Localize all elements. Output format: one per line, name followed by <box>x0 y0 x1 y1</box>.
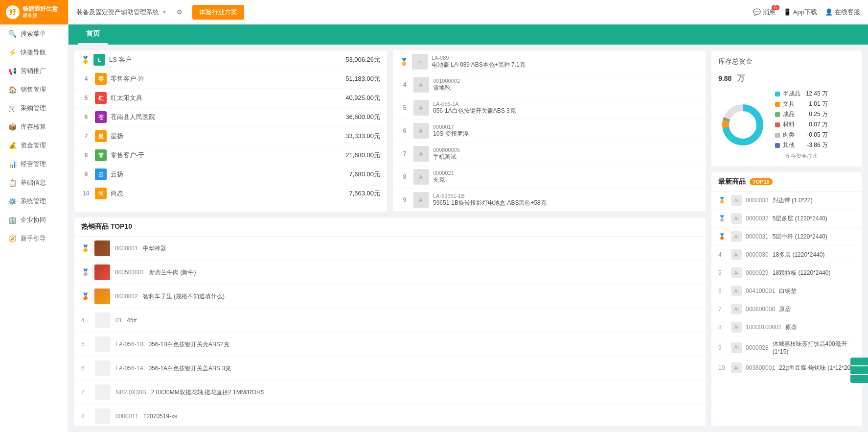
logo: 好 畅捷通好生意 标准版 <box>0 0 68 24</box>
prod-rank-item-1: 🥇 Ai LA-089 电池盖 LA-089 ABS本色+黑种 7.1克 <box>393 50 706 73</box>
sales-icon: 🏠 <box>8 85 17 94</box>
customer-name-3: 红太阳文具 <box>111 94 342 102</box>
customer-value-5: 33,333.00元 <box>345 132 380 141</box>
prod-rank-item-7: 9 Ai LA-59651-1B 59651-1B旋转投影灯电池盒 ABS黑色+… <box>393 189 706 212</box>
hot-product-img-4 <box>95 312 111 328</box>
customer-avatar-7: 云 <box>95 168 107 180</box>
quick-icon: ⚡ <box>8 48 17 57</box>
service-btn[interactable]: 👤 在线客服 <box>825 8 860 17</box>
float-live-btn[interactable]: 直播 <box>850 375 868 383</box>
service-label: 在线客服 <box>835 8 860 17</box>
customer-value-1: 53,006.26元 <box>345 55 380 64</box>
newest-name-5: 18颗粒板 (1220*2440) <box>773 269 855 277</box>
newest-name-3: 5层中纤 (1220*2440) <box>773 233 855 241</box>
hot-product-3: 🥉 0000002 智利车子里 (规格不知道填什么) <box>74 285 706 309</box>
newest-code-6: 004100001 <box>746 288 775 294</box>
hot-product-name-6: 056-1A白色按键开关盖ABS 3克 <box>148 364 231 373</box>
customer-value-4: 36,600.00元 <box>345 113 380 121</box>
rank-num-7: 9 <box>81 169 91 179</box>
float-buttons: 客服热线 服务社区 直播 <box>850 358 868 383</box>
inventory-title: 库存总资金 <box>718 57 855 66</box>
message-badge: 6 <box>772 5 779 10</box>
product-sales-list: 🥇 Ai LA-089 电池盖 LA-089 ABS本色+黑种 7.1克 4 A… <box>393 50 706 212</box>
customer-name-1: LS 客户 <box>109 55 342 64</box>
hot-product-4: 4 01 45# <box>74 309 706 333</box>
rank-item-5: 7 星 星扬 33,333.00元 <box>74 127 387 146</box>
topbar: 装备及固定资产辅助管理系统 ▼ ⚙ 体验行业方案 💬 消息 6 📱 App下载 … <box>69 0 868 24</box>
newest-code-4: 0000030 <box>746 251 769 258</box>
customer-rank-list: 🥇 L LS 客户 53,006.26元 4 零 零售客户-许 51,183.0… <box>74 50 387 203</box>
rank-num-4: 6 <box>81 112 91 122</box>
prod-rank-item-4: 6 Ai 0000017 10S 变扭罗浮 <box>393 120 706 143</box>
sidebar-item-sales[interactable]: 🏠 销售管理 <box>0 80 68 99</box>
customer-name-7: 云扬 <box>111 170 345 179</box>
logo-title: 畅捷通好生意 <box>23 5 58 12</box>
sidebar-item-search[interactable]: 🔍 搜索菜单 <box>0 24 68 43</box>
tab-home[interactable]: 首页 <box>78 24 108 45</box>
customer-name-8: 尚态 <box>111 189 345 198</box>
sidebar-item-operations[interactable]: 📊 经营管理 <box>0 155 68 173</box>
float-community-btn[interactable]: 服务社区 <box>850 366 868 374</box>
newest-item-5: 5 Ai 0000029 18颗粒板 (1220*2440) <box>711 264 862 282</box>
main-panels: 🥇 L LS 客户 53,006.26元 4 零 零售客户-许 51,183.0… <box>69 45 711 432</box>
donut-chart <box>718 100 767 149</box>
guide-icon: 🧭 <box>8 234 17 243</box>
operations-icon: 📊 <box>8 160 17 168</box>
sidebar-item-quick[interactable]: ⚡ 快捷导航 <box>0 43 68 62</box>
hot-products-title: 热销商品 TOP10 <box>81 222 132 231</box>
sidebar-item-company[interactable]: 🏢 企业协同 <box>0 211 68 229</box>
message-btn[interactable]: 💬 消息 6 <box>753 8 776 17</box>
sidebar-item-marketing[interactable]: 📢 营销推广 <box>0 62 68 80</box>
legend-val-1: 12.45 万 <box>803 90 828 98</box>
sidebar-item-finance[interactable]: 💰 资金管理 <box>0 136 68 155</box>
app-label: App下载 <box>793 8 817 17</box>
rank-num-2: 4 <box>81 74 91 84</box>
rank-item-6: 8 零 零售客户-于 21,680.00元 <box>74 146 387 165</box>
hot-product-code-2: 000500001 <box>115 269 144 276</box>
system-selector[interactable]: 装备及固定资产辅助管理系统 ▼ <box>76 8 167 17</box>
settings-button[interactable]: ⚙ <box>173 5 186 19</box>
sidebar-item-guide[interactable]: 🧭 新手引导 <box>0 229 68 248</box>
legend-item-1: 半成品 12.45 万 <box>775 90 828 98</box>
legend-val-3: 0.25 万 <box>803 110 828 119</box>
newest-code-1: 0000033 <box>746 197 769 204</box>
prod-icon-2: Ai <box>413 77 429 93</box>
legend-dot-2 <box>775 102 780 107</box>
sidebar: 好 畅捷通好生意 标准版 🔍 搜索菜单 ⚡ 快捷导航 📢 营销推广 🏠 销售管理… <box>0 0 69 432</box>
sidebar-item-purchase[interactable]: 🛒 采购管理 <box>0 99 68 118</box>
legend-name-2: 文具 <box>783 100 800 108</box>
hot-product-code-5: LA-056-1B <box>115 341 143 348</box>
sidebar-item-base[interactable]: 📋 基础信息 <box>0 173 68 192</box>
customer-value-3: 40,925.00元 <box>345 94 380 102</box>
legend-dot-3 <box>775 112 780 117</box>
hot-products-panel: 热销商品 TOP10 🥇 0000001 中华神器 🥈 0005000 <box>74 217 706 426</box>
prod-rank-item-2: 4 Ai 001000002 雪地靴 <box>393 73 706 96</box>
legend-name-3: 成品 <box>783 110 800 119</box>
float-service-btn[interactable]: 客服热线 <box>850 358 868 365</box>
newest-name-6: 白钢垫 <box>779 287 855 295</box>
hot-rank-4: 4 <box>81 317 90 324</box>
rank-item-1: 🥇 L LS 客户 53,006.26元 <box>74 50 387 70</box>
newest-code-10: 003800001 <box>746 364 775 371</box>
inventory-card: 库存总资金 9.88 万 <box>711 50 862 167</box>
donut-container: 半成品 12.45 万 文具 1.01 万 成品 0 <box>718 90 855 160</box>
newest-products-panel: 最新商品 TOP10 🥇 Ai 0000033 封边带 (1.0*22) 🥈 A <box>711 172 862 426</box>
customer-name-6: 零售客户-于 <box>111 151 342 160</box>
logo-icon: 好 <box>6 5 20 19</box>
app-download-btn[interactable]: 📱 App下载 <box>783 8 817 17</box>
sidebar-item-inventory[interactable]: 📦 库存核算 <box>0 118 68 136</box>
legend-val-6: -3.86 万 <box>803 141 828 149</box>
trial-button[interactable]: 体验行业方案 <box>192 5 244 20</box>
sidebar-item-system[interactable]: ⚙️ 系统管理 <box>0 192 68 211</box>
hot-rank-6: 6 <box>81 365 90 372</box>
newest-name-1: 封边带 (1.0*22) <box>773 196 855 205</box>
legend-name-1: 半成品 <box>783 90 800 98</box>
purchase-icon: 🛒 <box>8 104 17 113</box>
newest-name-4: 18多层 (1220*2440) <box>773 251 855 259</box>
hot-product-img-1 <box>94 240 110 256</box>
service-icon: 👤 <box>825 8 833 16</box>
newest-code-3: 0000031 <box>746 233 769 240</box>
hot-product-1: 🥇 0000001 中华神器 <box>74 237 706 261</box>
phone-icon: 📱 <box>783 8 791 16</box>
ranking-row: 🥇 L LS 客户 53,006.26元 4 零 零售客户-许 51,183.0… <box>74 50 706 212</box>
